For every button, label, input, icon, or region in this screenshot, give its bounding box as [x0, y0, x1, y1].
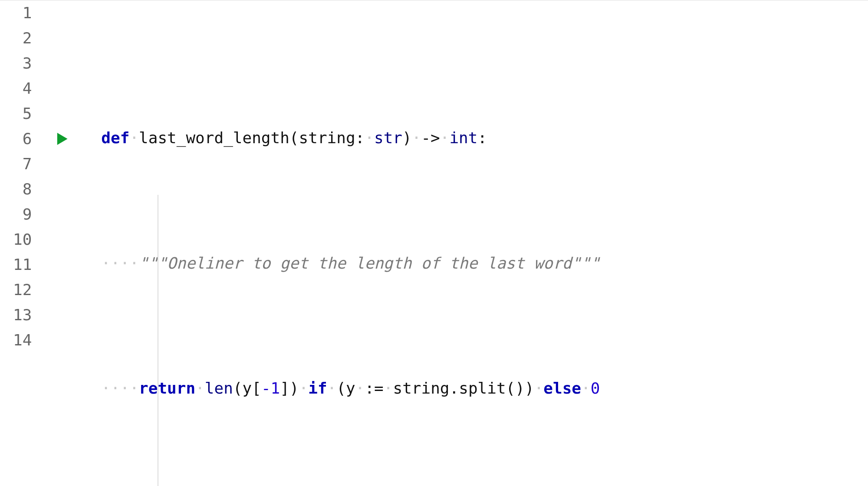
run-icon[interactable]	[56, 133, 68, 145]
code-line[interactable]: ····"""Oneliner to get the length of the…	[101, 250, 868, 276]
svg-marker-0	[57, 133, 68, 145]
code-editor: 1 2 3 4 5 6 7 8 9 10 11 12 13 14	[0, 0, 868, 486]
line-number: 13	[13, 302, 32, 328]
run-gutter-cell	[40, 126, 84, 151]
line-number: 3	[13, 51, 32, 76]
line-number-gutter: 1 2 3 4 5 6 7 8 9 10 11 12 13 14	[0, 0, 40, 486]
code-area[interactable]: def·last_word_length(string:·str)·->·int…	[84, 0, 868, 486]
indent-guide	[158, 195, 158, 486]
code-line[interactable]: def·last_word_length(string:·str)·->·int…	[101, 125, 868, 151]
line-number: 2	[13, 26, 32, 51]
gutter-markers	[40, 0, 84, 486]
line-number: 12	[13, 277, 32, 302]
line-number: 6	[13, 126, 32, 151]
line-number: 14	[13, 328, 32, 353]
line-number: 10	[13, 227, 32, 252]
line-number: 8	[13, 177, 32, 202]
line-number: 1	[13, 0, 32, 26]
code-line[interactable]: ····return·len(y[-1])·if·(y·:=·string.sp…	[101, 376, 868, 401]
line-number: 4	[13, 76, 32, 101]
line-number: 11	[13, 252, 32, 277]
line-number: 9	[13, 202, 32, 227]
line-number: 7	[13, 151, 32, 177]
line-number: 5	[13, 101, 32, 126]
